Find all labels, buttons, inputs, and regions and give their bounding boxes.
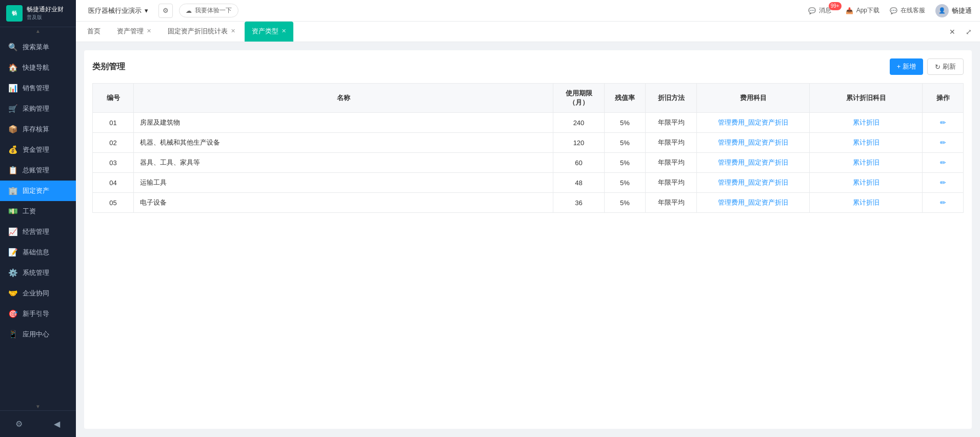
refresh-button[interactable]: ↻ 刷新 [927, 58, 964, 75]
message-badge: 99+ [829, 2, 842, 10]
edit-icon[interactable]: ✏ [940, 118, 946, 127]
cell-name: 器具、工具、家具等 [134, 153, 553, 173]
tab-close-button[interactable]: ✕ [945, 25, 959, 39]
chart-icon: 📊 [8, 84, 17, 93]
table-row: 05电子设备365%年限平均管理费用_固定资产折旧累计折旧✏ [93, 193, 964, 213]
sidebar-item-label: 销售管理 [23, 84, 49, 93]
cell-expense-link[interactable]: 管理费用_固定资产折旧 [718, 178, 788, 186]
cell-accum-link[interactable]: 累计折旧 [853, 118, 879, 126]
info-icon: 📝 [8, 248, 17, 257]
logo-text-block: 畅捷通好业财 普及版 [27, 6, 64, 21]
experience-text: 我要体验一下 [195, 6, 232, 15]
sidebar-item-sales[interactable]: 📊 销售管理 [0, 78, 76, 98]
edit-icon[interactable]: ✏ [940, 138, 946, 147]
cell-op[interactable]: ✏ [923, 153, 964, 173]
cell-expense[interactable]: 管理费用_固定资产折旧 [697, 193, 810, 213]
search-icon: 🔍 [8, 43, 17, 52]
sidebar-item-label: 应用中心 [23, 330, 49, 339]
home-icon: 🏠 [8, 63, 17, 72]
cell-accum-link[interactable]: 累计折旧 [853, 158, 879, 166]
sidebar-item-label: 搜索菜单 [23, 43, 49, 52]
sidebar-item-newguide[interactable]: 🎯 新手引导 [0, 304, 76, 324]
tab-fixed-asset-table-close-icon[interactable]: ✕ [231, 28, 235, 34]
experience-button[interactable]: ☁ 我要体验一下 [179, 4, 238, 17]
tab-asset-type[interactable]: 资产类型 ✕ [245, 22, 293, 42]
header-settings-button[interactable]: ⚙ [158, 4, 173, 18]
sidebar-item-label: 总账管理 [23, 166, 49, 175]
cell-accum[interactable]: 累计折旧 [810, 133, 923, 153]
message-icon: 💬 [808, 7, 816, 14]
tab-asset-manage-close-icon[interactable]: ✕ [147, 28, 151, 34]
edit-icon[interactable]: ✏ [940, 158, 946, 167]
cell-op[interactable]: ✏ [923, 133, 964, 153]
sidebar-nav: 🔍 搜索菜单 🏠 快捷导航 📊 销售管理 🛒 采购管理 📦 库存核算 💰 资金管… [0, 35, 76, 403]
cell-no: 02 [93, 133, 134, 153]
sidebar-item-purchase[interactable]: 🛒 采购管理 [0, 98, 76, 119]
gear-icon: ⚙️ [8, 268, 17, 277]
tab-fullscreen-button[interactable]: ⤢ [962, 25, 976, 39]
sidebar-footer: ⚙ ◀ [0, 410, 76, 437]
table-row: 01房屋及建筑物2405%年限平均管理费用_固定资产折旧累计折旧✏ [93, 113, 964, 133]
sidebar-item-label: 新手引导 [23, 309, 49, 319]
download-icon: 📥 [846, 7, 853, 14]
tab-asset-type-close-icon[interactable]: ✕ [282, 28, 286, 34]
cell-accum-link[interactable]: 累计折旧 [853, 178, 879, 186]
cell-expense-link[interactable]: 管理费用_固定资产折旧 [718, 198, 788, 206]
cell-accum[interactable]: 累计折旧 [810, 173, 923, 193]
sidebar-item-funds[interactable]: 💰 资金管理 [0, 140, 76, 160]
user-menu[interactable]: 👤 畅捷通 [935, 4, 972, 17]
logo-icon: 畅 [6, 5, 23, 22]
new-button[interactable]: + 新增 [890, 58, 923, 75]
cell-op[interactable]: ✏ [923, 173, 964, 193]
cell-residual: 5% [605, 133, 646, 153]
app-download-action[interactable]: 📥 App下载 [846, 6, 879, 15]
th-period: 使用期限（月） [553, 84, 605, 113]
sidebar-item-basicinfo[interactable]: 📝 基础信息 [0, 242, 76, 263]
settings-footer-button[interactable]: ⚙ [0, 415, 38, 433]
sidebar-item-fixedasset[interactable]: 🏢 固定资产 [0, 181, 76, 201]
th-name: 名称 [134, 84, 553, 113]
online-service-action[interactable]: 💬 在线客服 [890, 6, 925, 15]
collapse-sidebar-button[interactable]: ◀ [38, 415, 76, 433]
cell-accum[interactable]: 累计折旧 [810, 113, 923, 133]
sidebar-item-ledger[interactable]: 📋 总账管理 [0, 160, 76, 181]
sidebar-item-salary[interactable]: 💵 工资 [0, 201, 76, 222]
ledger-icon: 📋 [8, 166, 17, 175]
cell-expense[interactable]: 管理费用_固定资产折旧 [697, 153, 810, 173]
tab-home[interactable]: 首页 [80, 22, 108, 42]
sidebar-item-search[interactable]: 🔍 搜索菜单 [0, 37, 76, 57]
cell-op[interactable]: ✏ [923, 193, 964, 213]
message-action[interactable]: 💬 消息 99+ [804, 6, 835, 15]
cell-expense[interactable]: 管理费用_固定资产折旧 [697, 113, 810, 133]
sidebar-item-inventory[interactable]: 📦 库存核算 [0, 119, 76, 140]
cell-op[interactable]: ✏ [923, 113, 964, 133]
module-selector[interactable]: 医疗器械行业演示 ▾ [84, 4, 152, 17]
sidebar-item-cooperation[interactable]: 🤝 企业协同 [0, 283, 76, 304]
page-actions: + 新增 ↻ 刷新 [890, 58, 964, 75]
cell-accum[interactable]: 累计折旧 [810, 153, 923, 173]
cell-accum[interactable]: 累计折旧 [810, 193, 923, 213]
cell-method: 年限平均 [646, 193, 697, 213]
cell-accum-link[interactable]: 累计折旧 [853, 138, 879, 146]
sidebar-item-appcenter[interactable]: 📱 应用中心 [0, 324, 76, 345]
scroll-down-indicator[interactable]: ▼ [0, 403, 76, 410]
cell-expense[interactable]: 管理费用_固定资产折旧 [697, 133, 810, 153]
cell-expense-link[interactable]: 管理费用_固定资产折旧 [718, 158, 788, 166]
cell-expense[interactable]: 管理费用_固定资产折旧 [697, 173, 810, 193]
scroll-up-indicator[interactable]: ▲ [0, 27, 76, 35]
sidebar-item-bizmanage[interactable]: 📈 经营管理 [0, 222, 76, 242]
tab-fixed-asset-table[interactable]: 固定资产折旧统计表 ✕ [161, 22, 243, 42]
cell-expense-link[interactable]: 管理费用_固定资产折旧 [718, 138, 788, 146]
sidebar-item-sysmanage[interactable]: ⚙️ 系统管理 [0, 263, 76, 283]
sidebar-item-quicknav[interactable]: 🏠 快捷导航 [0, 57, 76, 78]
edit-icon[interactable]: ✏ [940, 198, 946, 207]
edit-icon[interactable]: ✏ [940, 178, 946, 187]
sidebar-item-label: 快捷导航 [23, 63, 49, 72]
sidebar-item-label: 库存核算 [23, 125, 49, 134]
table-header-row: 编号 名称 使用期限（月） 残值率 折旧方法 费用科目 累计折旧科目 操作 [93, 84, 964, 113]
cell-method: 年限平均 [646, 133, 697, 153]
tab-asset-manage[interactable]: 资产管理 ✕ [110, 22, 158, 42]
cell-expense-link[interactable]: 管理费用_固定资产折旧 [718, 118, 788, 126]
cell-accum-link[interactable]: 累计折旧 [853, 198, 879, 206]
th-accum: 累计折旧科目 [810, 84, 923, 113]
